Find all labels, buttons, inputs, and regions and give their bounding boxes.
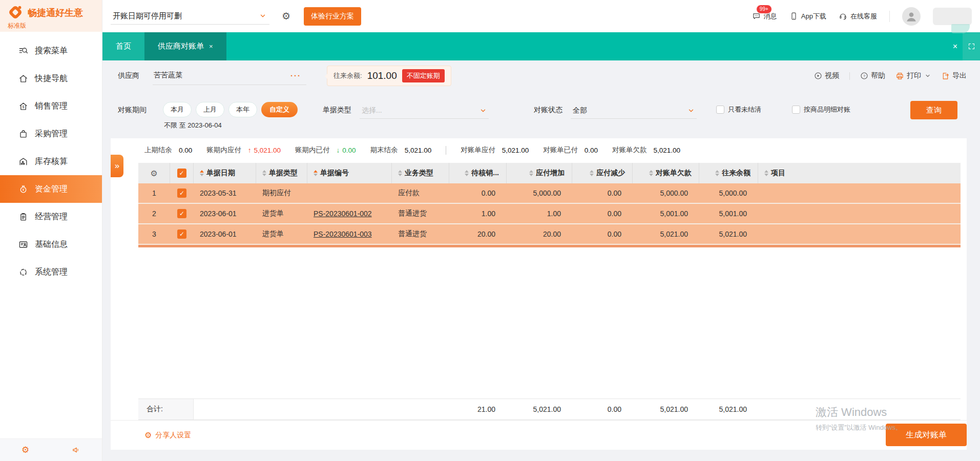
tabbar-close-icon[interactable] [953, 32, 957, 60]
summary-label: 对账单欠款 [612, 145, 647, 155]
cell-pending: 0.00 [449, 183, 507, 203]
sidebar-item-search-menu[interactable]: 搜索菜单 [0, 37, 102, 65]
money-bag-icon: ¥ [18, 184, 28, 194]
share-gear-icon [144, 430, 152, 440]
period-custom[interactable]: 自定义 [261, 102, 298, 117]
period-this-month[interactable]: 本月 [163, 102, 192, 117]
header-pending[interactable]: 待核销... [449, 163, 507, 183]
sidebar-item-label: 经营管理 [35, 212, 68, 222]
summary-divider [446, 146, 446, 155]
checkbox-checked-icon[interactable] [177, 169, 186, 178]
table-row[interactable]: 2 2023-06-01 进货单 PS-20230601-002 普通进货 1.… [138, 204, 961, 224]
select-all-cell[interactable] [170, 163, 194, 183]
statement-panel: 上期结余 0.00 账期内应付 5,021.00 账期内已付 0.00 期末结余… [111, 138, 967, 450]
tab-close-icon[interactable] [209, 43, 213, 50]
sidebar-item-operations[interactable]: 经营管理 [0, 203, 102, 230]
doc-type-select[interactable]: 选择... [360, 102, 489, 119]
sidebar-item-label: 库存核算 [35, 156, 68, 167]
generate-statement-button[interactable]: 生成对账单 [886, 424, 967, 446]
topbar-gear-icon[interactable] [282, 10, 290, 22]
account-set-select[interactable]: 开账日期可停用可删 [111, 8, 269, 25]
stmt-paid: 对账单已付 0.00 [543, 145, 598, 155]
sidebar-item-base-info[interactable]: 基础信息 [0, 230, 102, 258]
summary-label: 账期内已付 [295, 145, 330, 155]
trial-plan-button[interactable]: 体验行业方案 [304, 7, 361, 26]
expand-sidebar-icon[interactable] [111, 155, 123, 177]
sidebar-item-label: 销售管理 [35, 101, 68, 112]
video-button[interactable]: 视频 [814, 71, 839, 80]
share-settings-button[interactable]: 分享人设置 [144, 430, 191, 440]
sidebar-item-sales[interactable]: $ 销售管理 [0, 92, 102, 120]
header-balance[interactable]: 往来余额 [699, 163, 758, 183]
row-select-cell[interactable] [170, 204, 194, 223]
table-row[interactable]: 1 2023-05-31 期初应付 应付款 0.00 5,000.00 0.00… [138, 183, 961, 204]
sidebar-item-quick-nav[interactable]: 快捷导航 [0, 65, 102, 92]
announcement-icon[interactable] [72, 446, 80, 454]
tab-supplier-statement[interactable]: 供应商对账单 [144, 32, 226, 60]
print-button[interactable]: 打印 [895, 71, 931, 80]
checkbox-checked-icon[interactable] [177, 188, 186, 198]
sidebar: 畅捷通好生意 标准版 搜索菜单 快捷导航 $ 销售管理 采购管理 库存核算 ¥ … [0, 0, 102, 461]
summary-value: 0.00 [585, 146, 598, 154]
topbar-right: 99+ 消息 App下载 在线客服 [752, 7, 980, 26]
sidebar-item-funds[interactable]: ¥ 资金管理 [0, 175, 102, 203]
doc-no-link[interactable]: PS-20230601-002 [314, 209, 372, 218]
row-select-cell[interactable] [170, 224, 194, 244]
app-download-button[interactable]: App下载 [789, 12, 826, 21]
chevron-down-icon [259, 12, 266, 19]
header-project[interactable]: 项目 [758, 163, 961, 183]
header-doc-type[interactable]: 单据类型 [256, 163, 307, 183]
cell-doc-type: 进货单 [256, 224, 307, 244]
period-last-month[interactable]: 上月 [196, 102, 224, 117]
messages-button[interactable]: 99+ 消息 [752, 12, 777, 21]
supplier-select[interactable]: 苦苦蔬菜 [153, 67, 306, 85]
more-options-icon[interactable] [290, 71, 301, 80]
only-unsettled-checkbox[interactable]: 只看未结清 [716, 105, 761, 114]
checkbox-checked-icon[interactable] [177, 229, 186, 239]
end-balance: 期末结余 5,021.00 [370, 145, 432, 155]
table-row[interactable]: 3 2023-06-01 进货单 PS-20230601-003 普通进货 20… [138, 224, 961, 245]
summary-value: 5,021.00 [654, 146, 681, 154]
header-doc-no[interactable]: 单据编号 [307, 163, 392, 183]
checkbox-checked-icon[interactable] [177, 209, 186, 218]
header-biz-type[interactable]: 业务类型 [392, 163, 449, 183]
fullscreen-icon[interactable] [963, 32, 980, 60]
row-select-cell[interactable] [170, 183, 194, 203]
search-button[interactable]: 查询 [910, 101, 957, 119]
video-label: 视频 [825, 71, 839, 80]
export-button[interactable]: 导出 [941, 71, 967, 80]
header-doc-date[interactable]: 单据日期 [194, 163, 256, 183]
by-product-detail-checkbox[interactable]: 按商品明细对账 [792, 105, 850, 114]
header-increase[interactable]: 应付增加 [507, 163, 572, 183]
header-decrease[interactable]: 应付减少 [572, 163, 633, 183]
column-settings-gear-icon[interactable] [138, 163, 170, 183]
cell-decrease: 0.00 [572, 224, 633, 244]
total-pending: 21.00 [449, 399, 507, 420]
header-label: 业务类型 [405, 169, 433, 178]
sidebar-item-system[interactable]: 系统管理 [0, 258, 102, 286]
table-empty-area [111, 247, 967, 399]
header-owed[interactable]: 对账单欠款 [633, 163, 699, 183]
help-button[interactable]: ? 帮助 [860, 71, 885, 80]
online-service-button[interactable]: 在线客服 [839, 12, 877, 21]
doc-type-label: 单据类型 [323, 106, 351, 115]
total-owed: 5,021.00 [633, 399, 699, 420]
doc-no-link[interactable]: PS-20230601-003 [314, 230, 372, 238]
print-chevron-icon[interactable] [925, 73, 931, 79]
user-avatar[interactable] [902, 7, 921, 26]
period-this-year[interactable]: 本年 [228, 102, 257, 117]
page-toolbar: 视频 ? 帮助 打印 导出 [814, 71, 967, 80]
only-unsettled-label: 只看未结清 [728, 105, 761, 114]
brand-name: 畅捷通好生意 [28, 7, 83, 19]
user-name-blurred[interactable] [933, 8, 972, 25]
header-label: 往来余额 [722, 169, 750, 178]
sort-icon [314, 170, 318, 176]
status-select[interactable]: 全部 [571, 102, 697, 119]
settings-gear-icon[interactable] [22, 445, 29, 455]
sidebar-item-purchase[interactable]: 采购管理 [0, 120, 102, 148]
sidebar-item-inventory[interactable]: 库存核算 [0, 148, 102, 175]
increase-arrow-icon [248, 146, 252, 154]
tabbar: 首页 供应商对账单 [102, 32, 980, 60]
tab-home[interactable]: 首页 [102, 32, 144, 60]
app-download-label: App下载 [801, 12, 826, 21]
